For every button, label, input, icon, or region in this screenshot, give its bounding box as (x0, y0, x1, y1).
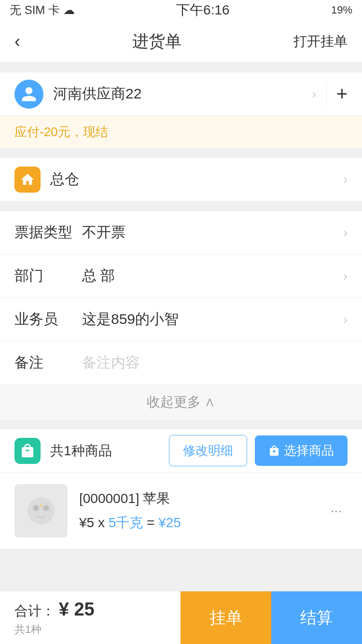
select-product-button[interactable]: 选择商品 (255, 435, 348, 466)
section-gap-1 (0, 63, 362, 72)
product-price: ¥5 x 5千克 = ¥25 (79, 514, 325, 532)
shopping-bag-icon (20, 443, 35, 459)
supplier-divider (326, 82, 327, 106)
sim-status: 无 SIM 卡 ☁ (10, 2, 75, 18)
salesperson-label: 业务员 (14, 309, 82, 329)
remark-row[interactable]: 备注 备注内容 (0, 341, 362, 385)
footer-total-row: 合计： ¥ 25 (14, 599, 166, 620)
product-name: [0000001] 苹果 (79, 490, 325, 508)
product-info: [0000001] 苹果 ¥5 x 5千克 = ¥25 (79, 490, 325, 532)
header: ‹ 进货单 打开挂单 (0, 20, 362, 63)
svg-point-4 (44, 506, 48, 510)
product-total: ¥25 (158, 515, 181, 530)
product-code: [0000001] (79, 491, 139, 506)
checkout-button[interactable]: 结算 (271, 591, 362, 644)
department-chevron-icon: › (343, 268, 348, 284)
battery-icon: 19% (331, 4, 352, 16)
invoice-type-label: 票据类型 (14, 223, 82, 242)
product-equals: = (147, 515, 158, 530)
footer-total-amount: ¥ 25 (59, 599, 95, 619)
supplier-chevron-icon: › (312, 86, 316, 102)
section-gap-2 (0, 148, 362, 158)
open-pending-button[interactable]: 打开挂单 (293, 32, 348, 51)
form-card: 票据类型 不开票 › 部门 总 部 › 业务员 这是859的小智 › 备注 备注… (0, 211, 362, 385)
department-row[interactable]: 部门 总 部 › (0, 254, 362, 298)
status-time: 下午6:16 (176, 1, 230, 19)
svg-point-3 (34, 506, 38, 510)
product-more-button[interactable]: ··· (325, 499, 348, 522)
department-label: 部门 (14, 266, 82, 286)
supplier-row[interactable]: 河南供应商22 › + (0, 72, 362, 116)
product-unit-price: ¥5 (79, 515, 94, 530)
modify-detail-button[interactable]: 修改明细 (169, 435, 247, 466)
products-icon (14, 438, 41, 464)
collapse-label: 收起更多 ∧ (147, 393, 216, 411)
home-icon (20, 172, 35, 187)
product-title: 苹果 (143, 491, 170, 506)
product-item: [0000001] 苹果 ¥5 x 5千克 = ¥25 ··· (0, 473, 362, 549)
invoice-type-row[interactable]: 票据类型 不开票 › (0, 211, 362, 254)
svg-point-0 (28, 497, 55, 524)
hang-order-button[interactable]: 挂单 (181, 591, 271, 644)
products-card: 共1种商品 修改明细 选择商品 [0000001] (0, 429, 362, 549)
department-value: 总 部 (82, 266, 343, 286)
salesperson-value: 这是859的小智 (82, 309, 343, 329)
collapse-row[interactable]: 收起更多 ∧ (0, 385, 362, 420)
supplier-card: 河南供应商22 › + 应付-20元，现结 (0, 72, 362, 148)
status-left: 无 SIM 卡 ☁ (10, 2, 75, 18)
products-count: 共1种商品 (50, 442, 169, 460)
select-product-label: 选择商品 (284, 442, 334, 459)
warehouse-card: 总仓 › (0, 158, 362, 201)
section-gap-4 (0, 420, 362, 429)
select-product-icon (268, 445, 280, 457)
salesperson-row[interactable]: 业务员 这是859的小智 › (0, 298, 362, 341)
status-bar: 无 SIM 卡 ☁ 下午6:16 19% (0, 0, 362, 20)
page-title: 进货单 (132, 30, 181, 53)
warehouse-label: 总仓 (50, 169, 343, 189)
warehouse-icon (14, 167, 41, 193)
balance-hint: 应付-20元，现结 (0, 116, 362, 148)
supplier-name: 河南供应商22 (53, 84, 312, 104)
footer-total-sub: 共1种 (14, 622, 166, 637)
invoice-type-value: 不开票 (82, 223, 343, 242)
remark-placeholder: 备注内容 (82, 353, 348, 373)
product-thumbnail (14, 484, 68, 537)
person-icon (20, 85, 38, 103)
products-header: 共1种商品 修改明细 选择商品 (0, 429, 362, 473)
footer-total: 合计： ¥ 25 共1种 (0, 591, 181, 644)
product-thumb-icon (24, 494, 58, 528)
salesperson-chevron-icon: › (343, 312, 348, 327)
product-x: x (98, 515, 109, 530)
warehouse-row[interactable]: 总仓 › (0, 158, 362, 201)
section-gap-3 (0, 201, 362, 211)
back-button[interactable]: ‹ (14, 31, 20, 52)
product-qty: 5千克 (109, 515, 143, 530)
add-supplier-button[interactable]: + (336, 83, 348, 105)
status-right: 19% (331, 4, 352, 16)
supplier-avatar (14, 80, 43, 109)
footer-total-label: 合计： (14, 603, 55, 618)
remark-label: 备注 (14, 353, 82, 373)
footer: 合计： ¥ 25 共1种 挂单 结算 (0, 591, 362, 644)
invoice-type-chevron-icon: › (343, 225, 348, 240)
warehouse-chevron-icon: › (343, 172, 348, 187)
